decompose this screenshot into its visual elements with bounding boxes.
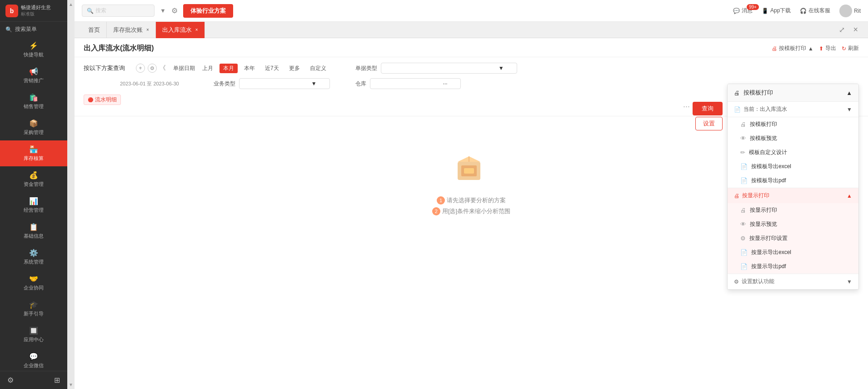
warehouse-select[interactable]: ··· <box>370 78 461 89</box>
dropdown-display-settings[interactable]: ⚙ 按显示打印设置 <box>728 231 858 245</box>
dots-btn[interactable]: ··· <box>683 102 690 115</box>
date-tab-last-month[interactable]: 上月 <box>199 64 217 73</box>
app-logo: b 畅捷通好生意 标准版 <box>0 0 67 22</box>
filter-collapse-icon[interactable]: 《 <box>160 64 166 72</box>
sidebar-search[interactable]: 🔍 搜索菜单 <box>0 22 67 37</box>
scroll-down-icon[interactable]: ▼ <box>69 380 73 389</box>
dropdown-template-preview[interactable]: 👁 按模板预览 <box>728 131 858 145</box>
user-avatar[interactable]: Rit <box>839 5 861 17</box>
empty-illustration <box>453 153 489 189</box>
sidebar-menu: ⚡ 快捷导航 📢 营销推广 🛍️ 销售管理 📦 采购管理 🏪 库存核算 💰 资金… <box>0 37 67 371</box>
sidebar-item-operations[interactable]: 📊 经营管理 <box>0 192 67 218</box>
close-panel-btn[interactable]: × <box>850 22 861 37</box>
type-select[interactable]: ▼ <box>381 63 517 74</box>
online-service[interactable]: 🎧 在线客服 <box>800 7 830 15</box>
template-print-label: 按模板打印 <box>750 120 777 128</box>
expand-btn[interactable]: ⤢ <box>836 23 848 37</box>
query-btn[interactable]: 查询 <box>693 102 723 115</box>
current-template-header[interactable]: 📄 当前：出入库流水 ▼ <box>728 102 858 117</box>
settings-icon[interactable]: ⚙ <box>7 376 14 384</box>
service-label: 在线客服 <box>808 7 830 15</box>
dropdown-display-print[interactable]: 🖨 按显示打印 <box>728 203 858 217</box>
sidebar-item-basic[interactable]: 📋 基础信息 <box>0 218 67 244</box>
sidebar-item-cooperation[interactable]: 🤝 企业协同 <box>0 270 67 296</box>
tab-flow-close[interactable]: × <box>195 27 198 32</box>
tab-home[interactable]: 首页 <box>82 22 107 38</box>
sidebar-item-wechat[interactable]: 💬 企业微信 <box>0 348 67 371</box>
date-tab-this-year[interactable]: 本年 <box>240 64 259 73</box>
collapse-sidebar-icon[interactable]: ⊞ <box>54 376 60 384</box>
sidebar-item-label: 应用中心 <box>24 336 44 343</box>
app-download-label: App下载 <box>770 7 791 15</box>
dropdown-template-excel[interactable]: 📄 按模板导出excel <box>728 160 858 174</box>
scroll-up-icon[interactable]: ▲ <box>69 0 73 9</box>
sidebar-item-label: 库存核算 <box>24 155 44 162</box>
wechat-icon: 💬 <box>29 352 38 361</box>
template-print-icon: 🖨 <box>740 121 746 128</box>
business-filter: 业务类型 ▼ <box>214 78 330 89</box>
display-print-header[interactable]: 🖨 按显示打印 ▲ <box>728 188 858 203</box>
dropdown-display-excel[interactable]: 📄 按显示导出excel <box>728 245 858 259</box>
filter-set-btn[interactable]: ⚙ <box>148 64 157 73</box>
sidebar-item-purchase[interactable]: 📦 采购管理 <box>0 115 67 140</box>
filter-add-btn[interactable]: + <box>136 64 145 73</box>
default-settings-header[interactable]: ⚙ 设置默认功能 ▼ <box>728 274 858 289</box>
guide-icon: 🎓 <box>29 300 38 309</box>
sidebar-item-guide[interactable]: 🎓 新手引导 <box>0 296 67 322</box>
filter-row-1: 按以下方案查询 + ⚙ 《 单据日期 上月 本月 本年 近7天 更多 自定义 <box>84 63 859 74</box>
setting-btn[interactable]: 设置 <box>695 117 723 130</box>
tab-batch-label: 库存批次账 <box>113 26 143 34</box>
tag-icon: 🔴 <box>88 97 93 102</box>
tab-batch[interactable]: 库存批次账 × <box>107 22 156 38</box>
sidebar-item-label: 新手引导 <box>24 310 44 317</box>
template-custom-label: 模板自定义设计 <box>749 149 787 156</box>
refresh-btn[interactable]: ↻ 刷新 <box>842 45 859 52</box>
message-badge[interactable]: 💬 消息 99+ <box>733 7 753 15</box>
app-download[interactable]: 📱 App下载 <box>762 7 791 15</box>
sidebar-item-label: 经营管理 <box>24 207 44 214</box>
topbar-search-box[interactable]: 🔍 搜索 <box>82 5 155 17</box>
display-pdf-icon: 📄 <box>740 263 748 270</box>
type-label: 单据类型 <box>355 65 377 72</box>
topbar-gear-icon[interactable]: ⚙ <box>171 6 178 15</box>
tab-batch-close[interactable]: × <box>146 27 149 32</box>
dropdown-header[interactable]: 🖨 按模板打印 ▲ <box>728 84 858 102</box>
sidebar-item-appstore[interactable]: 🔲 应用中心 <box>0 322 67 348</box>
trial-btn[interactable]: 体验行业方案 <box>183 4 233 18</box>
page-header: 出入库流水(流水明细) 🖨 按模板打印 ▲ ⬆ 导出 ↻ 刷新 <box>75 38 868 57</box>
sidebar-item-inventory[interactable]: 🏪 库存核算 <box>0 140 67 166</box>
sidebar-bottom: ⚙ ⊞ <box>0 371 67 389</box>
business-select[interactable]: ▼ <box>239 78 330 89</box>
sidebar-item-finance[interactable]: 💰 资金管理 <box>0 166 67 192</box>
date-tab-this-month[interactable]: 本月 <box>219 64 238 73</box>
topbar-dropdown-icon[interactable]: ▼ <box>160 7 166 14</box>
date-tab-7days[interactable]: 近7天 <box>261 64 283 73</box>
template-excel-icon: 📄 <box>740 163 748 170</box>
sidebar-item-label: 企业微信 <box>24 362 44 369</box>
default-settings-icon: ⚙ <box>734 279 739 285</box>
search-label: 搜索菜单 <box>15 25 37 33</box>
sidebar-item-sales[interactable]: 🛍️ 销售管理 <box>0 89 67 115</box>
date-tab-more[interactable]: 更多 <box>285 64 304 73</box>
system-icon: ⚙️ <box>29 249 38 257</box>
print-btn[interactable]: 🖨 按模板打印 ▲ <box>772 45 813 52</box>
tag-liushui[interactable]: 🔴 流水明细 <box>84 95 121 105</box>
tag-label: 流水明细 <box>95 96 117 104</box>
sidebar-item-system[interactable]: ⚙️ 系统管理 <box>0 244 67 270</box>
dropdown-display-pdf[interactable]: 📄 按显示导出pdf <box>728 259 858 274</box>
date-filter: 单据日期 上月 本月 本年 近7天 更多 自定义 <box>173 64 330 73</box>
dropdown-collapse-icon[interactable]: ▲ <box>846 90 852 96</box>
tab-flow[interactable]: 出入库流水 × <box>156 22 205 38</box>
inventory-icon: 🏪 <box>29 145 38 154</box>
tab-home-label: 首页 <box>88 26 100 34</box>
sidebar-item-marketing[interactable]: 📢 营销推广 <box>0 63 67 89</box>
dropdown-template-print[interactable]: 🖨 按模板打印 <box>728 117 858 131</box>
export-btn[interactable]: ⬆ 导出 <box>819 45 836 52</box>
date-tab-custom[interactable]: 自定义 <box>306 64 330 73</box>
logo-icon: b <box>5 5 18 17</box>
display-print-section-icon: 🖨 <box>734 193 739 199</box>
dropdown-template-custom[interactable]: ✏ 模板自定义设计 <box>728 145 858 160</box>
sidebar-item-quick-nav[interactable]: ⚡ 快捷导航 <box>0 37 67 63</box>
dropdown-template-pdf[interactable]: 📄 按模板导出pdf <box>728 174 858 188</box>
dropdown-display-preview[interactable]: 👁 按显示预览 <box>728 217 858 231</box>
